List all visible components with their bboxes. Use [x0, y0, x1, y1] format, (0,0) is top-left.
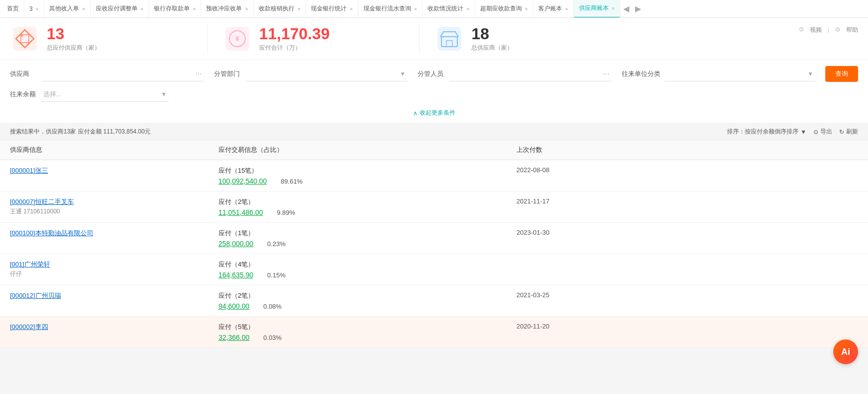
transaction-cell-3: 应付（1笔） 258,000.00 0.23%	[218, 229, 516, 248]
video-link[interactable]: 视频	[810, 26, 822, 34]
nav-tab-overdue[interactable]: 超期应收款查询 ×	[475, 0, 533, 18]
close-icon[interactable]: ×	[466, 6, 469, 12]
close-icon[interactable]: ×	[297, 6, 300, 12]
balance-placeholder: 选择...	[43, 90, 62, 99]
transaction-label-1: 应付（15笔）	[218, 166, 516, 175]
nav-next-arrow[interactable]: ▶	[632, 0, 644, 18]
filter-area: 供应商 ··· 分管部门 ▼ 分管人员 ··· 往来单位分类 ▼ 查询	[0, 60, 868, 124]
supplier-link-4[interactable]: [001]广州荣轩	[10, 260, 218, 269]
transaction-amount-2[interactable]: 11,051,486.00	[218, 208, 263, 216]
filter-row-2: 往来余额 选择... ▼	[10, 87, 858, 102]
transaction-amount-5[interactable]: 94,600.00	[218, 302, 249, 310]
transaction-amount-6[interactable]: 32,366.00	[218, 333, 249, 341]
nav-tab-label: 客户账本	[538, 4, 562, 13]
total-suppliers-icon	[434, 24, 464, 54]
department-filter-select[interactable]: ▼	[245, 66, 408, 81]
nav-tab-label: 银行存取款单	[154, 4, 190, 13]
data-table: 供应商信息 应付交易信息（占比） 上次付数 [000001]张三 应付（15笔）…	[0, 140, 868, 348]
header-stats: 13 总应付供应商（家） ¥ 11,170.39 应付合计（万）	[0, 18, 868, 60]
close-icon[interactable]: ×	[525, 6, 528, 12]
transaction-amount-4[interactable]: 164,635.90	[218, 271, 253, 279]
transaction-amount-3[interactable]: 258,000.00	[218, 240, 253, 248]
chevron-up-icon: ∧	[413, 110, 418, 117]
table-body: [000001]张三 应付（15笔） 100,092,540.00 89.61%…	[0, 160, 868, 348]
close-icon[interactable]: ×	[36, 6, 39, 12]
close-icon[interactable]: ×	[141, 6, 144, 12]
supplier-cell-4: [001]广州荣轩 仔仔	[10, 260, 218, 278]
nav-tab-label: 现金银行统计	[311, 4, 347, 13]
nav-tab-customer-ledger[interactable]: 客户账本 ×	[533, 0, 574, 18]
supplier-filter-input[interactable]: ···	[41, 66, 204, 81]
nav-tab-label: 预收冲应收单	[206, 4, 242, 13]
supplier-sub-4: 仔仔	[10, 270, 218, 278]
transaction-cell-6: 应付（5笔） 32,366.00 0.03%	[218, 323, 516, 341]
payable-suppliers-number: 13	[47, 25, 100, 43]
supplier-link-6[interactable]: [000002]李四	[10, 323, 218, 331]
person-filter-input[interactable]: ···	[449, 66, 612, 81]
transaction-percent-1: 89.61%	[281, 178, 302, 185]
nav-tab-bank[interactable]: 银行存取款单 ×	[149, 0, 201, 18]
stat-payable-total: ¥ 11,170.39 应付合计（万）	[222, 24, 405, 54]
nav-tab-label: 收款情况统计	[428, 4, 463, 13]
result-actions: 排序：按应付余额倒序排序 ▼ ⊙ 导出 ↻ 刷新	[727, 128, 858, 136]
column-supplier-header: 供应商信息	[10, 145, 218, 154]
nav-tab-label: 其他收入单	[49, 4, 79, 13]
close-icon[interactable]: ×	[193, 6, 196, 12]
close-icon[interactable]: ×	[565, 6, 568, 12]
nav-tab-adjust[interactable]: 应收应付调整单 ×	[91, 0, 149, 18]
category-filter-select[interactable]: ▼	[664, 66, 816, 81]
nav-tab-home[interactable]: 首页	[2, 0, 24, 18]
supplier-link-1[interactable]: [000001]张三	[10, 166, 218, 175]
nav-tab-label: 3	[29, 5, 33, 12]
nav-tab-cash-flow[interactable]: 现金银行流水查询 ×	[359, 0, 423, 18]
total-suppliers-content: 18 总供应商（家）	[471, 25, 513, 52]
sort-label[interactable]: 排序：按应付余额倒序排序 ▼	[727, 128, 806, 136]
nav-tab-label: 应收应付调整单	[96, 4, 138, 13]
stat-divider-2	[419, 24, 420, 54]
nav-tab-other-income[interactable]: 其他收入单 ×	[44, 0, 90, 18]
supplier-cell-5: [000012]广州贝瑞	[10, 291, 218, 300]
last-pay-date-1: 2022-08-08	[516, 166, 550, 174]
nav-tab-supplier-ledger[interactable]: 供应商账本 ×	[574, 0, 620, 18]
nav-tab-cash-bank-stats[interactable]: 现金银行统计 ×	[306, 0, 358, 18]
search-button[interactable]: 查询	[825, 66, 858, 82]
balance-filter-select[interactable]: 选择... ▼	[41, 87, 169, 102]
person-dots-icon: ···	[603, 69, 609, 78]
supplier-link-5[interactable]: [000012]广州贝瑞	[10, 291, 218, 300]
table-header: 供应商信息 应付交易信息（占比） 上次付数	[0, 140, 868, 160]
filter-row-1: 供应商 ··· 分管部门 ▼ 分管人员 ··· 往来单位分类 ▼ 查询	[10, 66, 858, 82]
transaction-label-6: 应付（5笔）	[218, 323, 516, 331]
export-button[interactable]: ⊙ 导出	[813, 128, 832, 136]
stat-total-suppliers: 18 总供应商（家）	[434, 24, 617, 54]
payable-suppliers-label: 总应付供应商（家）	[47, 44, 100, 52]
close-icon[interactable]: ×	[245, 6, 248, 12]
refresh-button[interactable]: ↻ 刷新	[839, 128, 858, 136]
nav-tab-collection-stats[interactable]: 收款情况统计 ×	[423, 0, 475, 18]
collapse-button[interactable]: ∧ 收起更多条件	[10, 107, 858, 119]
transaction-amount-row-1: 100,092,540.00 89.61%	[218, 177, 516, 185]
close-icon[interactable]: ×	[612, 5, 615, 11]
transaction-cell-4: 应付（4笔） 164,635.90 0.15%	[218, 260, 516, 279]
transaction-amount-1[interactable]: 100,092,540.00	[218, 177, 267, 185]
nav-tab-advance[interactable]: 预收冲应收单 ×	[201, 0, 253, 18]
supplier-link-3[interactable]: [000100]本特勤油品有限公司	[10, 229, 218, 238]
export-icon: ⊙	[813, 129, 818, 135]
supplier-cell-2: [000007]恒旺二手叉车 王通 17106110000	[10, 197, 218, 216]
table-row: [000007]恒旺二手叉车 王通 17106110000 应付（2笔） 11,…	[0, 192, 868, 223]
help-link[interactable]: 帮助	[846, 26, 858, 34]
chevron-down-icon: ▼	[400, 70, 406, 77]
filter-category: 往来单位分类 ▼	[622, 66, 816, 81]
payable-total-icon: ¥	[222, 24, 252, 54]
last-pay-date-2: 2021-11-17	[516, 197, 550, 205]
close-icon[interactable]: ×	[414, 6, 417, 12]
nav-tab-label: 收款核销执行	[259, 4, 294, 13]
nav-prev-arrow[interactable]: ◀	[620, 0, 632, 18]
supplier-link-2[interactable]: [000007]恒旺二手叉车	[10, 197, 218, 206]
nav-tab-label: 供应商账本	[579, 4, 609, 12]
nav-tab-3[interactable]: 3 ×	[24, 0, 44, 18]
close-icon[interactable]: ×	[350, 6, 353, 12]
lastpay-cell-1: 2022-08-08	[516, 166, 858, 174]
payable-suppliers-content: 13 总应付供应商（家）	[47, 25, 100, 52]
close-icon[interactable]: ×	[82, 6, 85, 12]
nav-tab-collection[interactable]: 收款核销执行 ×	[254, 0, 306, 18]
